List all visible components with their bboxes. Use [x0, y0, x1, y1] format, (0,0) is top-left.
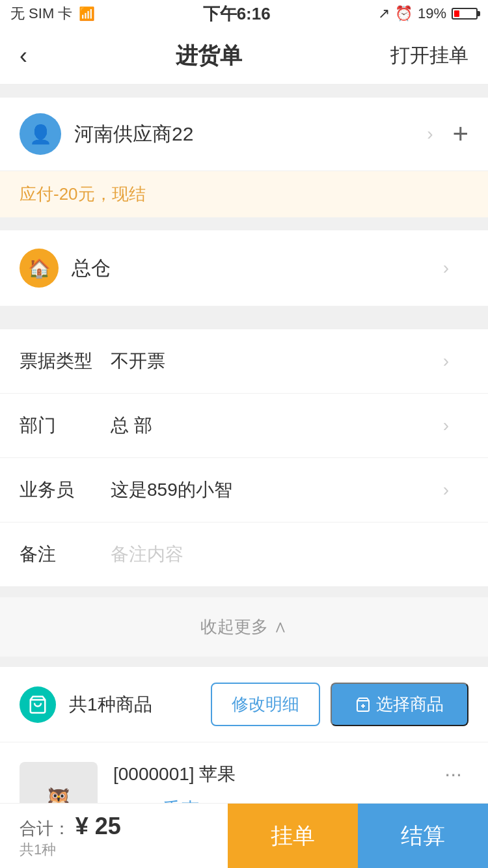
product-more-button[interactable]: ··· — [438, 762, 468, 786]
notice-text: 应付-20元，现结 — [20, 184, 146, 204]
checkout-button[interactable]: 结算 — [358, 804, 488, 868]
department-chevron[interactable]: › — [443, 415, 449, 436]
invoice-type-row[interactable]: 票据类型 不开票 › — [0, 329, 488, 394]
status-left: 无 SIM 卡 📶 — [10, 4, 95, 23]
warehouse-section: 🏠 总仓 › — [0, 230, 488, 306]
status-bar: 无 SIM 卡 📶 下午6:16 ↗ ⏰ 19% — [0, 0, 488, 27]
supplier-row: 👤 河南供应商22 › + — [0, 98, 488, 171]
salesperson-label: 业务员 — [20, 478, 98, 502]
add-supplier-button[interactable]: + — [452, 118, 468, 150]
salesperson-value: 这是859的小智 — [111, 478, 443, 502]
supplier-section: 👤 河南供应商22 › + 应付-20元，现结 — [0, 98, 488, 217]
total-row: 合计： ¥ 25 — [20, 813, 208, 840]
edit-detail-button[interactable]: 修改明细 — [211, 683, 320, 726]
supplier-chevron-icon[interactable]: › — [427, 124, 433, 144]
notice-bar: 应付-20元，现结 — [0, 171, 488, 217]
invoice-type-chevron[interactable]: › — [443, 351, 449, 372]
wifi-icon: 📶 — [79, 6, 95, 21]
collapse-button[interactable]: 收起更多 ∧ — [0, 597, 488, 657]
warehouse-name: 总仓 — [72, 255, 443, 282]
alarm-icon: ⏰ — [395, 5, 413, 22]
remark-placeholder: 备注内容 — [111, 542, 468, 567]
battery-icon — [452, 8, 478, 20]
collapse-label: 收起更多 ∧ — [200, 616, 287, 638]
warehouse-row[interactable]: 🏠 总仓 › — [0, 230, 488, 306]
invoice-type-label: 票据类型 — [20, 349, 98, 373]
warehouse-chevron-icon[interactable]: › — [443, 258, 449, 278]
form-section: 票据类型 不开票 › 部门 总 部 › 业务员 这是859的小智 › 备注 备注… — [0, 329, 488, 587]
divider-2 — [0, 306, 488, 319]
salesperson-row[interactable]: 业务员 这是859的小智 › — [0, 458, 488, 522]
product-code: [0000001] — [113, 764, 199, 784]
status-time: 下午6:16 — [203, 3, 271, 25]
top-divider — [0, 85, 488, 98]
product-count: 共1种商品 — [69, 692, 211, 717]
salesperson-chevron[interactable]: › — [443, 480, 449, 500]
carrier-label: 无 SIM 卡 — [10, 4, 72, 23]
divider-1 — [0, 217, 488, 230]
cart-icon — [20, 686, 56, 723]
suspend-button[interactable]: 挂单 — [228, 804, 358, 868]
invoice-type-value: 不开票 — [111, 349, 443, 373]
nav-bar: ‹ 进货单 打开挂单 — [0, 27, 488, 85]
supplier-name: 河南供应商22 — [74, 121, 427, 148]
select-product-button[interactable]: 选择商品 — [331, 683, 468, 726]
back-button[interactable]: ‹ — [20, 42, 27, 70]
remark-row[interactable]: 备注 备注内容 — [0, 522, 488, 587]
select-product-label: 选择商品 — [376, 693, 444, 716]
product-header: 共1种商品 修改明细 选择商品 — [0, 667, 488, 742]
warehouse-icon: 🏠 — [20, 249, 59, 288]
total-amount: ¥ 25 — [75, 813, 121, 839]
bottom-bar: 合计： ¥ 25 共1种 挂单 结算 — [0, 803, 488, 868]
open-suspend-button[interactable]: 打开挂单 — [390, 42, 468, 69]
supplier-avatar: 👤 — [20, 113, 61, 155]
total-section: 合计： ¥ 25 共1种 — [0, 813, 228, 860]
status-right: ↗ ⏰ 19% — [378, 5, 478, 22]
remark-label: 备注 — [20, 542, 98, 567]
department-row[interactable]: 部门 总 部 › — [0, 394, 488, 458]
avatar-icon: 👤 — [29, 124, 52, 145]
department-value: 总 部 — [111, 413, 443, 438]
total-label: 合计： — [20, 819, 70, 838]
location-icon: ↗ — [378, 5, 390, 22]
product-name: [0000001] 苹果 — [113, 762, 438, 787]
battery-percent: 19% — [418, 5, 446, 22]
shopping-bag-icon — [355, 697, 371, 712]
product-title: 苹果 — [199, 764, 236, 784]
page-title: 进货单 — [176, 41, 242, 71]
department-label: 部门 — [20, 413, 98, 438]
total-sub: 共1种 — [20, 840, 208, 860]
